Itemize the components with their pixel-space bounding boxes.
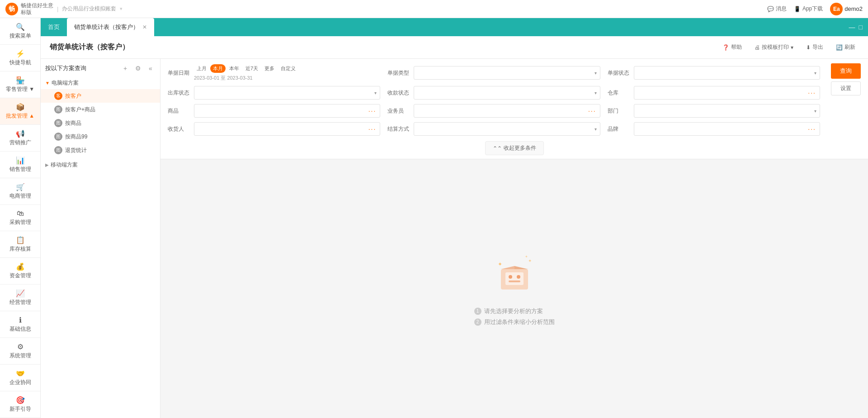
empty-illustration: ✦ ✦ ✦ <box>490 249 539 300</box>
tab-close-icon[interactable]: ✕ <box>142 24 147 30</box>
scheme-item-product[interactable]: 图 按商品 <box>41 116 160 130</box>
date-tab-thismonth[interactable]: 本月 <box>210 64 226 73</box>
refresh-button[interactable]: 🔄 刷新 <box>832 42 859 53</box>
sidebar-label-purchase: 采购管理 <box>9 219 31 225</box>
scheme-group-mobile: ▶ 移动端方案 <box>41 159 160 171</box>
top-bar-right: 💬 消息 📱 App下载 Ea demo2 <box>767 3 863 15</box>
app-download-button[interactable]: 📱 App下载 <box>794 5 823 13</box>
warehouse-multi-select[interactable]: ··· <box>634 86 820 100</box>
recipient-multi-select[interactable]: ··· <box>194 122 380 136</box>
scheme-item-product99[interactable]: 图 按商品99 <box>41 130 160 143</box>
date-tab-7days[interactable]: 近7天 <box>243 64 261 73</box>
message-button[interactable]: 💬 消息 <box>767 5 787 13</box>
collapse-up-icon: ⌃⌃ <box>493 145 502 152</box>
collapse-icon: ▶ <box>45 162 49 167</box>
sidebar-item-retail[interactable]: 🏪 零售管理 ▼ <box>0 71 40 98</box>
avatar: Ea <box>830 3 843 15</box>
sidebar-item-quicknav[interactable]: ⚡ 快捷导航 <box>0 45 40 71</box>
docstatus-select-wrapper: ▾ <box>634 66 820 80</box>
scheme-group-desktop-label: 电脑端方案 <box>52 79 79 87</box>
sidebar-item-purchase[interactable]: 🛍 采购管理 <box>0 205 40 231</box>
sidebar-item-system[interactable]: ⚙ 系统管理 <box>0 338 40 365</box>
tab-sales-stats[interactable]: 销货单统计表（按客户） ✕ <box>67 18 154 36</box>
date-tab-lastmonth[interactable]: 上月 <box>194 64 209 73</box>
print-button[interactable]: 🖨 按模板打印 ▾ <box>751 42 797 53</box>
sidebar-item-basic-info[interactable]: ℹ 基础信息 <box>0 311 40 338</box>
scheme-group-desktop-header[interactable]: ▼ 电脑端方案 <box>41 77 160 89</box>
paymentstatus-select[interactable] <box>414 86 600 100</box>
filter-field-recipient: 收货人 ··· <box>168 122 380 136</box>
filter-label-department: 部门 <box>608 107 630 115</box>
svg-point-3 <box>517 275 520 279</box>
docstatus-select[interactable] <box>634 66 820 80</box>
scheme-prod-icon: 图 <box>54 119 62 127</box>
doctype-select-wrapper: ▾ <box>414 66 600 80</box>
collapse-bar[interactable]: ⌃⌃ 收起更多条件 <box>168 138 861 159</box>
product-multi-select[interactable]: ··· <box>194 104 380 118</box>
svg-point-2 <box>509 275 512 279</box>
finance-icon: 💰 <box>2 262 38 271</box>
page-header-actions: ❓ 帮助 🖨 按模板打印 ▾ ⬇ 导出 🔄 刷新 <box>719 42 859 58</box>
tab-maximize-btn[interactable]: □ <box>859 24 863 31</box>
settings-button[interactable]: 设置 <box>831 81 861 95</box>
sidebar-label-finance: 资金管理 <box>9 272 31 279</box>
settings-scheme-button[interactable]: ⚙ <box>133 63 143 73</box>
help-button[interactable]: ❓ 帮助 <box>719 42 745 53</box>
department-select[interactable] <box>634 104 820 118</box>
sidebar-item-marketing[interactable]: 📢 营销推广 <box>0 125 40 152</box>
tab-minimize-btn[interactable]: — <box>849 24 855 31</box>
scheme-item-customer-product[interactable]: 图 按客户+商品 <box>41 103 160 116</box>
sidebar-item-inventory[interactable]: 📋 库存核算 <box>0 231 40 258</box>
add-scheme-button[interactable]: + <box>120 63 130 73</box>
sales-icon: 📊 <box>2 156 38 165</box>
sidebar-label-search: 搜索菜单 <box>9 33 31 39</box>
doctype-select[interactable] <box>414 66 600 80</box>
query-button[interactable]: 查询 <box>831 63 861 79</box>
date-tab-custom[interactable]: 自定义 <box>278 64 298 73</box>
scheme-prod-label: 按商品 <box>65 119 81 127</box>
user-area[interactable]: Ea demo2 <box>830 3 863 15</box>
top-bar-left: 畅 畅捷信好生意 标版 | 办公用品行业模拟账套 ▾ <box>5 2 123 15</box>
scheme-group-mobile-label: 移动端方案 <box>51 161 78 169</box>
tab-home[interactable]: 首页 <box>41 18 67 36</box>
brand-multi-select[interactable]: ··· <box>634 122 820 136</box>
salesperson-multi-select[interactable]: ··· <box>414 104 600 118</box>
sidebar-item-sales[interactable]: 📊 销售管理 <box>0 152 40 178</box>
filter-label-brand: 品牌 <box>608 125 630 133</box>
scheme-return-icon: 图 <box>54 146 62 154</box>
scheme-customer-icon: 客 <box>54 92 62 100</box>
settlement-select[interactable] <box>414 122 600 136</box>
sidebar-item-wholesale[interactable]: 📦 批发管理 ▲ <box>0 98 40 125</box>
filter-field-salesperson: 业务员 ··· <box>387 104 600 118</box>
top-bar: 畅 畅捷信好生意 标版 | 办公用品行业模拟账套 ▾ 💬 消息 📱 App下载 … <box>0 0 868 18</box>
sidebar-item-newguide[interactable]: 🎯 新手引导 <box>0 391 40 418</box>
filter-label-outstatus: 出库状态 <box>168 89 190 97</box>
logo-area: 畅 畅捷信好生意 标版 <box>5 2 53 15</box>
sidebar-item-search[interactable]: 🔍 搜索菜单 <box>0 18 40 45</box>
filter-label-product: 商品 <box>168 107 190 115</box>
scheme-group-mobile-header[interactable]: ▶ 移动端方案 <box>41 159 160 171</box>
export-button[interactable]: ⬇ 导出 <box>802 42 827 53</box>
newguide-icon: 🎯 <box>2 396 38 404</box>
sidebar-item-corp-collab[interactable]: 🤝 企业协同 <box>0 365 40 391</box>
sidebar-item-finance[interactable]: 💰 资金管理 <box>0 258 40 285</box>
scheme-item-customer[interactable]: 客 按客户 <box>41 89 160 103</box>
outstatus-select-wrapper: ▾ <box>194 86 380 100</box>
quicknav-icon: ⚡ <box>2 49 38 58</box>
panel-header: 按以下方案查询 + ⚙ « <box>41 63 160 77</box>
sidebar-item-ecommerce[interactable]: 🛒 电商管理 <box>0 178 40 205</box>
sidebar-item-operations[interactable]: 📈 经营管理 <box>0 285 40 311</box>
date-tab-more[interactable]: 更多 <box>262 64 277 73</box>
collapse-panel-button[interactable]: « <box>146 63 156 73</box>
outstatus-select[interactable] <box>194 86 380 100</box>
svg-rect-1 <box>505 272 524 285</box>
query-actions: 查询 设置 <box>831 63 861 95</box>
expand-icon: ▼ <box>45 81 50 86</box>
filter-field-brand: 品牌 ··· <box>608 122 820 136</box>
filter-field-date: 单据日期 上月 本月 本年 近7天 更多 自定义 <box>168 64 380 81</box>
date-tab-thisyear[interactable]: 本年 <box>226 64 242 73</box>
date-range-display: 2023-03-01 至 2023-03-31 <box>194 75 380 81</box>
system-icon: ⚙ <box>2 342 38 351</box>
filter-field-warehouse: 仓库 ··· <box>608 86 820 100</box>
scheme-item-return-stats[interactable]: 图 退货统计 <box>41 143 160 157</box>
